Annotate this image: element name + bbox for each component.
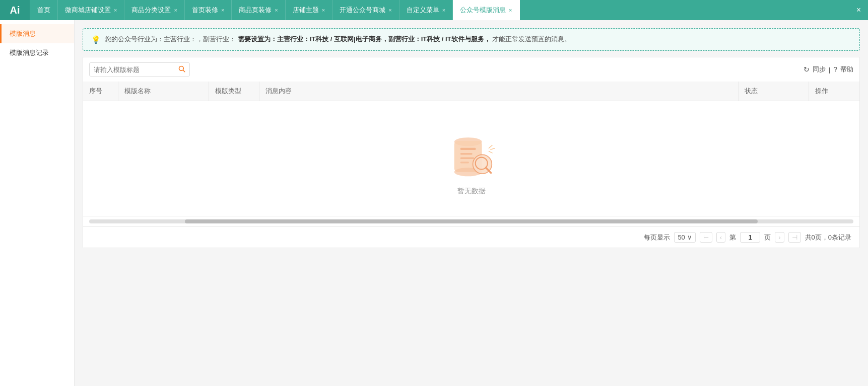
- tab-template-msg[interactable]: 公众号模版消息 ×: [453, 0, 519, 20]
- tab-template-msg-label: 公众号模版消息: [460, 6, 506, 15]
- sidebar: 模版消息 模版消息记录: [0, 20, 75, 386]
- tab-product-decor[interactable]: 商品页装修 ×: [232, 0, 285, 20]
- th-type: 模版类型: [209, 82, 259, 101]
- page-size-value: 50: [678, 234, 685, 241]
- help-icon: ?: [833, 65, 837, 73]
- scroll-thumb: [185, 219, 758, 223]
- tab-template-msg-close[interactable]: ×: [509, 7, 512, 13]
- empty-text: 暂无数据: [457, 187, 486, 196]
- tab-wechat-shop-label: 微商城店铺设置: [65, 6, 111, 15]
- app-logo: Ai: [0, 0, 30, 20]
- tab-open-mall-close[interactable]: ×: [388, 7, 391, 13]
- table-header: 序号 模版名称 模版类型 消息内容 状态 操作: [83, 82, 859, 101]
- page-first-button[interactable]: ⊢: [700, 232, 712, 243]
- search-row: ↻ 同步 | ? 帮助: [83, 57, 859, 82]
- page-size-select[interactable]: 50 ∨: [674, 232, 695, 243]
- tab-wechat-shop-close[interactable]: ×: [114, 7, 117, 13]
- notice-text-before: 您的公众号行业为：主营行业：，副营行业：: [105, 35, 236, 43]
- th-content: 消息内容: [259, 82, 739, 101]
- tab-custom-menu-close[interactable]: ×: [442, 7, 445, 13]
- notice-box: 💡 您的公众号行业为：主营行业：，副营行业： 需要设置为：主营行业：IT科技 /…: [83, 28, 860, 51]
- tab-shop-theme-close[interactable]: ×: [322, 7, 325, 13]
- notice-text: 您的公众号行业为：主营行业：，副营行业： 需要设置为：主营行业：IT科技 / 互…: [105, 35, 571, 44]
- notice-text-after: 才能正常发送预置的消息。: [492, 35, 571, 43]
- pagination-row: 每页显示 50 ∨ ⊢ ‹ 第 页 › ⊣ 共0页，0条记录: [83, 226, 859, 248]
- help-button[interactable]: 帮助: [840, 65, 853, 74]
- tab-custom-menu-label: 自定义菜单: [407, 6, 439, 15]
- tab-open-mall-label: 开通公众号商城: [340, 6, 385, 15]
- page-total-text: 共0页，0条记录: [805, 233, 851, 242]
- tab-product-decor-close[interactable]: ×: [275, 7, 278, 13]
- search-icon: [178, 65, 185, 72]
- sync-icon: ↻: [804, 65, 810, 73]
- divider: |: [829, 66, 830, 73]
- svg-rect-8: [460, 162, 469, 163]
- th-index: 序号: [83, 82, 118, 101]
- svg-line-14: [489, 151, 492, 153]
- page-input[interactable]: [740, 232, 760, 243]
- page-prev-button[interactable]: ‹: [716, 232, 725, 243]
- svg-rect-6: [460, 153, 472, 155]
- page-size-chevron-icon: ∨: [687, 234, 692, 241]
- svg-rect-7: [460, 158, 474, 159]
- global-close-button[interactable]: ×: [849, 6, 868, 15]
- main-layout: 模版消息 模版消息记录 💡 您的公众号行业为：主营行业：，副营行业： 需要设置为…: [0, 20, 868, 386]
- search-input-wrap: [89, 62, 190, 76]
- tab-open-mall[interactable]: 开通公众号商城 ×: [332, 0, 399, 20]
- tab-home-decor-label: 首页装修: [192, 6, 218, 15]
- page-last-button[interactable]: ⊣: [788, 232, 801, 243]
- tab-home-decor-close[interactable]: ×: [221, 7, 224, 13]
- sidebar-item-template-msg-record[interactable]: 模版消息记录: [0, 43, 74, 62]
- search-button[interactable]: [178, 65, 185, 74]
- sidebar-item-template-msg[interactable]: 模版消息: [0, 24, 74, 43]
- th-status: 状态: [739, 82, 809, 101]
- page-size-label: 每页显示: [644, 233, 670, 242]
- scroll-track[interactable]: [89, 219, 853, 223]
- svg-rect-5: [460, 148, 476, 150]
- tab-product-decor-label: 商品页装修: [239, 6, 272, 15]
- th-name: 模版名称: [118, 82, 209, 101]
- content-area: 💡 您的公众号行业为：主营行业：，副营行业： 需要设置为：主营行业：IT科技 /…: [75, 20, 868, 386]
- sync-help-row: ↻ 同步 | ? 帮助: [804, 65, 853, 74]
- empty-illustration: [441, 131, 502, 187]
- tab-home-label: 首页: [37, 6, 50, 15]
- svg-line-1: [183, 70, 184, 71]
- sync-button[interactable]: 同步: [813, 65, 826, 74]
- tab-custom-menu[interactable]: 自定义菜单 ×: [399, 0, 453, 20]
- tab-product-category-label: 商品分类设置: [131, 6, 171, 15]
- tab-shop-theme[interactable]: 店铺主题 ×: [286, 0, 332, 20]
- tab-home[interactable]: 首页: [30, 0, 58, 20]
- tab-home-decor[interactable]: 首页装修 ×: [185, 0, 232, 20]
- tab-bar: Ai 首页 微商城店铺设置 × 商品分类设置 × 首页装修 × 商品页装修 × …: [0, 0, 868, 20]
- sidebar-item-template-msg-record-label: 模版消息记录: [10, 49, 49, 56]
- page-label-before: 第: [729, 233, 736, 242]
- tab-wechat-shop[interactable]: 微商城店铺设置 ×: [58, 0, 124, 20]
- page-next-button[interactable]: ›: [775, 232, 784, 243]
- empty-state: 暂无数据: [83, 101, 859, 216]
- tab-shop-theme-label: 店铺主题: [293, 6, 319, 15]
- search-input[interactable]: [94, 66, 176, 73]
- svg-line-12: [489, 145, 492, 148]
- notice-highlight: 需要设置为：主营行业：IT科技 / 互联网|电子商务，副营行业：IT科技 / I…: [238, 35, 491, 43]
- page-label-after: 页: [764, 233, 771, 242]
- sidebar-item-template-msg-label: 模版消息: [10, 30, 36, 37]
- svg-line-13: [490, 148, 495, 150]
- scroll-bar-row: [83, 216, 859, 226]
- tab-product-category-close[interactable]: ×: [174, 7, 177, 13]
- logo-text: Ai: [10, 5, 20, 16]
- notice-icon: 💡: [91, 35, 101, 44]
- tab-product-category[interactable]: 商品分类设置 ×: [124, 0, 184, 20]
- table-card: ↻ 同步 | ? 帮助 序号 模版名称 模版类型 消息内容 状态 操作: [83, 57, 860, 248]
- th-action: 操作: [809, 82, 859, 101]
